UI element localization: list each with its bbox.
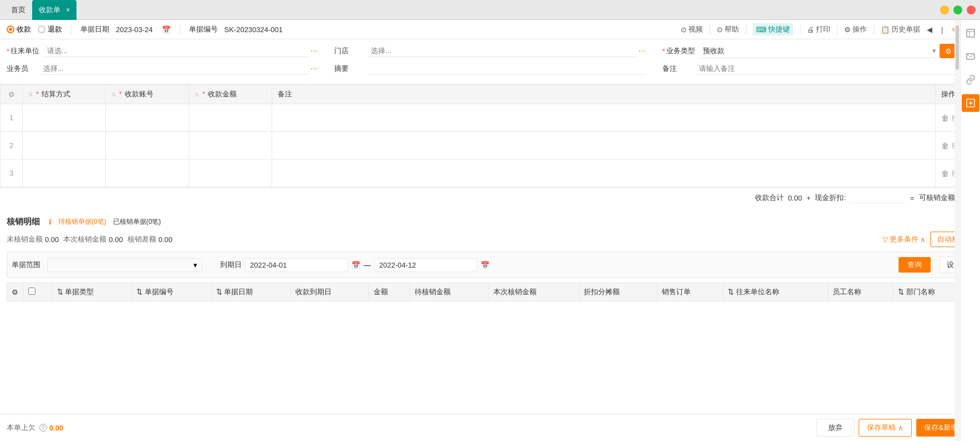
row-2-remark[interactable] — [272, 132, 936, 160]
pending-tab[interactable]: 待核销单据(0笔) — [58, 217, 106, 227]
row-3-account[interactable] — [106, 160, 189, 187]
col-staff-header: 员工名称 — [828, 283, 894, 301]
credit-value: 0.00 — [49, 424, 63, 432]
table-gear-icon[interactable]: ⚙ — [8, 90, 15, 99]
remark-input[interactable] — [696, 63, 973, 75]
done-tab[interactable]: 已核销单据(0笔) — [113, 217, 161, 227]
col-date-header: ⇅ 单据日期 — [211, 283, 291, 301]
footer-info: 本单上欠 ? 0.00 — [7, 423, 63, 433]
select-all-checkbox[interactable] — [28, 288, 35, 295]
nav-left-icon[interactable]: ◀ — [925, 24, 935, 35]
row-3-delete-icon[interactable]: 🗑 — [941, 169, 949, 178]
row-1-amount[interactable] — [189, 104, 272, 132]
calendar-from-icon[interactable]: 📅 — [351, 261, 360, 269]
scrollbar-thumb[interactable] — [956, 25, 959, 70]
summary-field: 摘要 — [334, 63, 645, 75]
sidebar-table-icon[interactable] — [962, 24, 979, 42]
unverified-stat: 未核销金额 0.00 — [7, 234, 59, 244]
operate-btn[interactable]: ⚙ 操作 — [844, 24, 867, 34]
more-filter-btn[interactable]: ▽ 更多条件 ∧ — [882, 234, 926, 244]
plus-sign: + — [807, 194, 811, 202]
store-input[interactable] — [368, 45, 636, 57]
shortcut-btn[interactable]: ⌨ 快捷键 — [753, 23, 793, 35]
refund-radio[interactable]: 退款 — [38, 24, 62, 34]
draft-btn[interactable]: 保存草稿 ∧ — [859, 419, 912, 437]
print-btn[interactable]: 🖨 打印 — [807, 24, 830, 34]
history-btn-label: 历史单据 — [891, 24, 920, 34]
store-more-btn[interactable]: ··· — [638, 47, 645, 55]
row-3-amount[interactable] — [189, 160, 272, 187]
salesperson-field: 业务员 ··· — [7, 63, 318, 75]
row-1-remark[interactable] — [272, 104, 936, 132]
col-pending-header: 待核销金额 — [410, 283, 488, 301]
row-3-remark[interactable] — [272, 160, 936, 187]
print-icon: 🖨 — [807, 25, 814, 34]
row-2-amount[interactable] — [189, 132, 272, 160]
tab-home[interactable]: 首页 — [4, 0, 32, 20]
store-label: 门店 — [334, 46, 368, 56]
sidebar-link-icon[interactable] — [962, 71, 979, 89]
salesperson-input[interactable] — [40, 63, 308, 75]
row-2-num: 2 — [1, 132, 23, 160]
row-1-account[interactable] — [106, 104, 189, 132]
business-type-label: 业务类型 — [666, 46, 700, 56]
verify-info-icon[interactable]: ℹ — [49, 218, 52, 226]
col-amount-header: 金额 — [369, 283, 410, 301]
col-gear[interactable]: ⚙ — [1, 85, 23, 104]
video-icon: ⊙ — [681, 25, 687, 34]
bottom-table-container: ⚙ ⇅ 单据类型 ⇅ 单据编号 — [7, 283, 973, 408]
row-2-delete-icon[interactable]: 🗑 — [941, 141, 949, 150]
salesperson-label: 业务员 — [7, 64, 40, 74]
discount-input[interactable] — [850, 192, 906, 203]
business-type-select[interactable]: 预收款 ▾ — [700, 44, 940, 58]
counterpart-more-btn[interactable]: ··· — [310, 47, 318, 55]
date-value: 2023-03-24 — [116, 25, 153, 34]
summary-input[interactable] — [368, 63, 645, 75]
calendar-to-icon[interactable]: 📅 — [481, 261, 489, 269]
date-to-input[interactable] — [374, 258, 477, 272]
scrollbar[interactable] — [955, 20, 960, 441]
row-2-settlement[interactable] — [23, 132, 106, 160]
summary-label: 摘要 — [334, 64, 368, 74]
col-discount-header: 折扣分摊额 — [579, 283, 657, 301]
sidebar-expand-icon[interactable] — [962, 94, 979, 112]
equals-sign: = — [910, 194, 915, 202]
divider-5 — [800, 24, 800, 35]
query-btn[interactable]: 查询 — [899, 257, 931, 273]
help-icon: ⊙ — [717, 25, 723, 34]
date-from-input[interactable] — [245, 258, 348, 272]
discard-btn[interactable]: 放弃 — [816, 419, 854, 437]
this-verify-stat: 本次核销金额 0.00 — [63, 234, 122, 244]
video-btn[interactable]: ⊙ 视频 — [681, 24, 703, 34]
video-btn-label: 视频 — [688, 24, 703, 34]
tab-home-label: 首页 — [11, 6, 25, 14]
window-minimize-btn[interactable] — [940, 6, 949, 14]
help-btn[interactable]: ⊙ 帮助 — [717, 24, 739, 34]
tab-close-icon[interactable]: × — [66, 6, 70, 14]
credit-info-icon[interactable]: ? — [39, 424, 47, 432]
row-3-settlement[interactable] — [23, 160, 106, 187]
calendar-icon[interactable]: 📅 — [162, 25, 171, 34]
verify-label: 可核销金额 — [919, 193, 955, 203]
range-label: 单据范围 — [12, 260, 40, 270]
history-icon: 📋 — [881, 25, 890, 34]
summary-row: 收款合计 0.00 + 现金折扣: = 可核销金额 0.00 — [0, 187, 980, 208]
row-2-account[interactable] — [106, 132, 189, 160]
sidebar-mail-icon[interactable] — [962, 48, 979, 65]
history-btn[interactable]: 📋 历史单据 — [881, 24, 920, 34]
row-1-delete-icon[interactable]: 🗑 — [941, 114, 949, 122]
operate-btn-label: 操作 — [853, 24, 867, 34]
row-1-settlement[interactable] — [23, 104, 106, 132]
window-maximize-btn[interactable] — [953, 6, 962, 14]
col-checkbox-select[interactable] — [24, 283, 53, 301]
table-gear-bottom-icon[interactable]: ⚙ — [12, 288, 18, 296]
tab-receipt[interactable]: 收款单 × — [32, 0, 76, 20]
receipt-radio[interactable]: 收款 — [7, 24, 31, 34]
salesperson-more-btn[interactable]: ··· — [310, 64, 318, 73]
footer-buttons: 放弃 保存草稿 ∧ 保存&新增 ∧ — [816, 419, 973, 437]
range-select[interactable]: ▾ — [47, 258, 202, 272]
window-close-btn[interactable] — [967, 6, 976, 14]
tab-receipt-label: 收款单 — [39, 6, 60, 14]
counterpart-input[interactable] — [44, 45, 308, 57]
shortcut-btn-label: 快捷键 — [768, 24, 790, 34]
